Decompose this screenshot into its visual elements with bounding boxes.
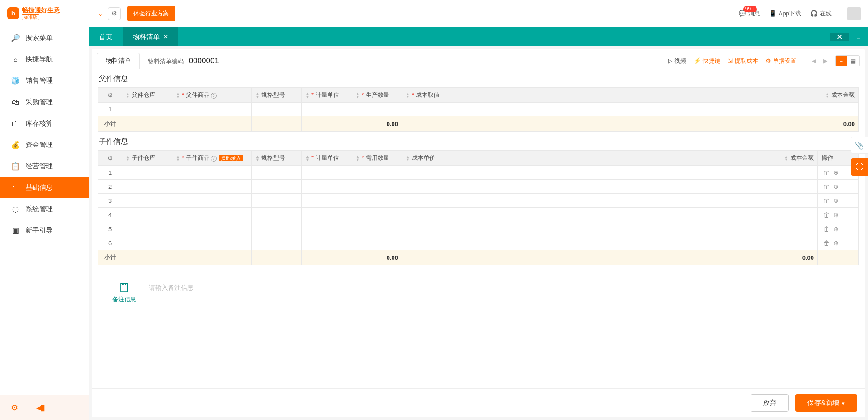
table-row[interactable]: 4🗑⊕: [98, 208, 859, 222]
col-child-product[interactable]: 子件商品?扫码录入: [172, 151, 252, 166]
cell[interactable]: [302, 194, 352, 208]
cell[interactable]: [402, 208, 452, 222]
cell[interactable]: [252, 208, 302, 222]
col-parent-cost-take[interactable]: 成本取值: [402, 88, 452, 103]
attachment-rail-button[interactable]: 📎: [851, 137, 868, 154]
org-selector[interactable]: ⌄: [94, 9, 103, 18]
cell[interactable]: [352, 194, 402, 208]
cell[interactable]: [402, 166, 452, 180]
sidebar-item-system[interactable]: ◌系统管理: [0, 198, 89, 220]
cell[interactable]: [122, 103, 172, 116]
col-parent-warehouse[interactable]: 父件仓库: [122, 88, 172, 103]
collapse-sidebar-icon[interactable]: ◂▮: [36, 403, 45, 413]
table-row[interactable]: 1: [98, 103, 859, 116]
tab-home[interactable]: 首页: [89, 27, 123, 46]
cell[interactable]: [452, 166, 818, 180]
sidebar-item-basic-info[interactable]: 🗂基础信息: [0, 177, 89, 198]
delete-row-icon[interactable]: 🗑: [823, 169, 830, 176]
scan-input-button[interactable]: 扫码录入: [219, 155, 243, 161]
cell[interactable]: [172, 103, 252, 116]
list-view-button[interactable]: ≡: [836, 56, 847, 66]
cell[interactable]: [452, 236, 818, 250]
sidebar-item-purchase[interactable]: 🛍采购管理: [0, 91, 89, 113]
cell[interactable]: [452, 180, 818, 194]
table-row[interactable]: 6🗑⊕: [98, 236, 859, 250]
tab-bom[interactable]: 物料清单 ✕: [123, 27, 178, 46]
cell[interactable]: [402, 194, 452, 208]
delete-row-icon[interactable]: 🗑: [823, 197, 830, 204]
cell[interactable]: [302, 222, 352, 236]
avatar[interactable]: [847, 7, 861, 20]
cell[interactable]: [452, 222, 818, 236]
prev-doc-button[interactable]: ◀: [812, 57, 816, 64]
cell[interactable]: [352, 180, 402, 194]
table-row[interactable]: 1🗑⊕: [98, 166, 859, 180]
next-doc-button[interactable]: ▶: [823, 57, 828, 64]
cell[interactable]: [302, 166, 352, 180]
col-parent-product[interactable]: 父件商品?: [172, 88, 252, 103]
online-support-button[interactable]: 🎧 在线: [810, 10, 832, 18]
col-child-qty[interactable]: 需用数量: [352, 151, 402, 166]
cell[interactable]: [252, 103, 302, 116]
table-row[interactable]: 2🗑⊕: [98, 180, 859, 194]
cell[interactable]: [452, 208, 818, 222]
remark-input[interactable]: [147, 280, 846, 295]
cell[interactable]: [172, 194, 252, 208]
table-row[interactable]: 3🗑⊕: [98, 194, 859, 208]
col-parent-qty[interactable]: 生产数量: [352, 88, 402, 103]
sidebar-item-sales[interactable]: 🧊销售管理: [0, 70, 89, 91]
cell[interactable]: [452, 194, 818, 208]
delete-row-icon[interactable]: 🗑: [823, 211, 830, 218]
col-child-unit-cost[interactable]: 成本单价: [402, 151, 452, 166]
col-child-warehouse[interactable]: 子件仓库: [122, 151, 172, 166]
cell[interactable]: [252, 194, 302, 208]
shortcut-tool[interactable]: ⚡快捷键: [694, 57, 720, 65]
cell[interactable]: [352, 208, 402, 222]
sidebar-item-ops[interactable]: 📋经营管理: [0, 156, 89, 177]
cell[interactable]: [352, 236, 402, 250]
close-tab-icon[interactable]: ✕: [163, 34, 168, 40]
col-child-unit[interactable]: 计量单位: [302, 151, 352, 166]
cell[interactable]: [252, 166, 302, 180]
cell[interactable]: [172, 166, 252, 180]
cell[interactable]: [172, 208, 252, 222]
add-row-icon[interactable]: ⊕: [833, 169, 839, 176]
col-parent-unit[interactable]: 计量单位: [302, 88, 352, 103]
extract-cost-tool[interactable]: ⇲提取成本: [728, 57, 758, 65]
cell[interactable]: [302, 236, 352, 250]
delete-row-icon[interactable]: 🗑: [823, 239, 830, 247]
cell[interactable]: [172, 222, 252, 236]
expand-rail-button[interactable]: ⛶: [851, 158, 868, 176]
cell[interactable]: [172, 236, 252, 250]
add-row-icon[interactable]: ⊕: [833, 197, 839, 204]
add-row-icon[interactable]: ⊕: [833, 239, 839, 247]
cell[interactable]: [302, 180, 352, 194]
cell[interactable]: [402, 180, 452, 194]
cell[interactable]: [122, 208, 172, 222]
industry-cta-button[interactable]: 体验行业方案: [127, 6, 175, 21]
cell[interactable]: [302, 208, 352, 222]
cell[interactable]: [352, 166, 402, 180]
help-icon[interactable]: ?: [211, 156, 217, 162]
doc-type-tab[interactable]: 物料清单: [97, 53, 140, 69]
settings-gear-button[interactable]: ⚙: [108, 7, 121, 20]
table-row[interactable]: 5🗑⊕: [98, 222, 859, 236]
video-tool[interactable]: ▷视频: [668, 57, 686, 65]
cell[interactable]: [122, 222, 172, 236]
delete-row-icon[interactable]: 🗑: [823, 183, 830, 190]
sidebar-item-funds[interactable]: 💰资金管理: [0, 134, 89, 156]
col-parent-amount[interactable]: 成本金额: [452, 88, 859, 103]
cell[interactable]: [352, 222, 402, 236]
cell[interactable]: [122, 236, 172, 250]
col-parent-spec[interactable]: 规格型号: [252, 88, 302, 103]
delete-row-icon[interactable]: 🗑: [823, 225, 830, 233]
cell[interactable]: [122, 194, 172, 208]
cell[interactable]: [122, 180, 172, 194]
tab-menu-button[interactable]: ≡: [849, 34, 868, 40]
doc-setting-tool[interactable]: ⚙单据设置: [766, 57, 797, 65]
add-row-icon[interactable]: ⊕: [833, 225, 839, 233]
cell[interactable]: [252, 180, 302, 194]
cell[interactable]: [352, 103, 402, 116]
close-all-tabs-button[interactable]: ✕: [830, 33, 849, 41]
col-child-amount[interactable]: 成本金额: [452, 151, 818, 166]
